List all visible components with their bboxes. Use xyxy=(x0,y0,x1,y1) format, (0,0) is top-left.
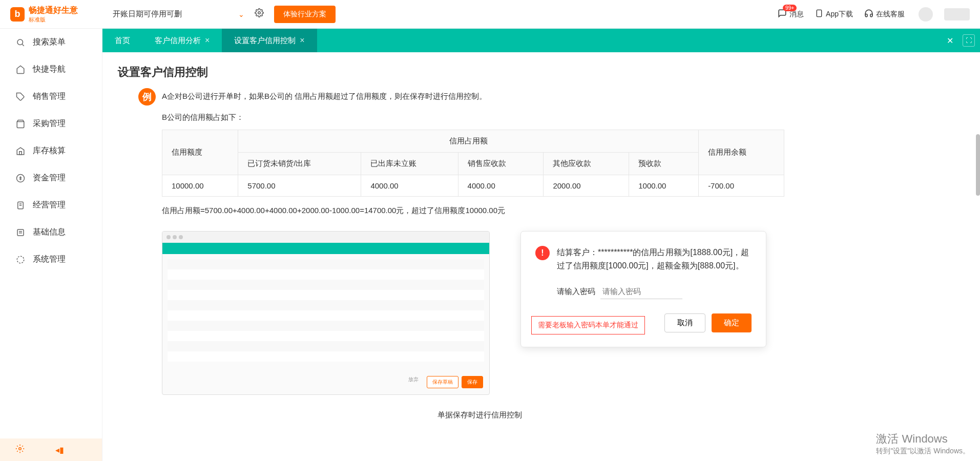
tab-home[interactable]: 首页 xyxy=(102,29,142,52)
svg-line-4 xyxy=(22,44,24,46)
messages-link[interactable]: 99+ 消息 xyxy=(778,9,804,19)
sidebar-item-inventory[interactable]: 库存核算 xyxy=(0,137,102,164)
message-badge: 99+ xyxy=(783,5,797,11)
settings-icon xyxy=(15,255,26,265)
example-badge-icon: 例 xyxy=(138,88,156,106)
list-icon xyxy=(15,227,26,238)
dialog-message: 结算客户：***********的信用占用额为[1888.00元]，超过了信用额… xyxy=(557,246,752,273)
close-all-tabs-icon[interactable]: ✕ xyxy=(942,33,957,48)
th-credit-limit: 信用额度 xyxy=(162,130,238,175)
cancel-button[interactable]: 取消 xyxy=(664,313,705,332)
cta-button[interactable]: 体验行业方案 xyxy=(274,6,336,23)
td-c2: 4000.00 xyxy=(361,175,458,197)
th-balance: 信用用余额 xyxy=(699,130,784,175)
support-link[interactable]: 在线客服 xyxy=(864,9,905,19)
svg-rect-6 xyxy=(19,151,22,154)
money-icon xyxy=(15,173,26,183)
example-screenshot: 放弃 保存草稿 保存 xyxy=(162,231,490,395)
phone-icon xyxy=(815,9,823,19)
app-download-link[interactable]: App下载 xyxy=(815,9,853,19)
alert-icon: ! xyxy=(535,246,550,260)
svg-rect-1 xyxy=(817,10,821,16)
content-area: 设置客户信用控制 例 A企对B公司进行开单时，如果B公司的 信用占用额超过了信用… xyxy=(102,52,980,461)
clipboard-icon xyxy=(15,200,26,211)
tab-credit-analysis[interactable]: 客户信用分析 × xyxy=(142,29,222,52)
account-dropdown[interactable]: 开账日期可停用可删 ⌄ xyxy=(113,9,244,19)
figure-caption: 单据保存时进行信用控制 xyxy=(437,410,522,419)
windows-activation-watermark: 激活 Windows 转到"设置"以激活 Windows。 xyxy=(876,431,970,456)
avatar[interactable] xyxy=(919,7,933,22)
logo-title: 畅捷通好生意 xyxy=(29,5,78,16)
warehouse-icon xyxy=(15,146,26,156)
th-c5: 预收款 xyxy=(629,153,699,175)
sidebar-item-sales[interactable]: 销售管理 xyxy=(0,83,102,110)
credit-table: 信用额度 信用占用额 信用用余额 已订货未销货/出库 已出库未立账 销售应收款 … xyxy=(162,130,784,197)
th-c1: 已订货未销货/出库 xyxy=(238,153,361,175)
home-icon xyxy=(15,65,26,75)
sidebar: 搜索菜单 快捷导航 销售管理 采购管理 库存核算 资金管理 经营管理 基础信息 xyxy=(0,29,102,461)
scrollbar[interactable] xyxy=(976,134,980,196)
close-icon[interactable]: × xyxy=(300,36,304,45)
logo-icon: b xyxy=(10,7,25,22)
formula-text: 信用占用额=5700.00+4000.00+4000.00+2000.00-10… xyxy=(162,206,965,216)
logo[interactable]: b 畅捷通好生意 标准版 xyxy=(10,5,102,24)
svg-point-14 xyxy=(17,256,24,263)
credit-warning-dialog: ! 结算客户：***********的信用占用额为[1888.00元]，超过了信… xyxy=(520,231,766,347)
th-c3: 销售应收款 xyxy=(458,153,544,175)
sub-text: B公司的信用额占如下： xyxy=(162,113,965,122)
example-text: A企对B公司进行开单时，如果B公司的 信用占用额超过了信用额度，则在保存时进行信… xyxy=(162,90,487,102)
svg-point-15 xyxy=(19,447,22,450)
th-c4: 其他应收款 xyxy=(544,153,629,175)
dropdown-label: 开账日期可停用可删 xyxy=(113,9,182,19)
ok-button[interactable]: 确定 xyxy=(712,313,752,332)
th-credit-used: 信用占用额 xyxy=(238,130,699,153)
sidebar-item-quicknav[interactable]: 快捷导航 xyxy=(0,56,102,83)
footer-gear-icon[interactable] xyxy=(15,444,25,456)
password-label: 请输入密码 xyxy=(557,287,595,297)
tab-credit-control[interactable]: 设置客户信用控制 × xyxy=(222,29,317,52)
td-balance: -700.00 xyxy=(699,175,784,197)
headset-icon xyxy=(864,9,873,19)
page-title: 设置客户信用控制 xyxy=(118,65,965,80)
svg-point-0 xyxy=(258,12,261,14)
gear-icon[interactable] xyxy=(255,8,264,20)
tabbar: 首页 客户信用分析 × 设置客户信用控制 × ✕ ⛶ xyxy=(102,29,980,52)
user-name-placeholder[interactable] xyxy=(944,8,970,20)
td-c4: 2000.00 xyxy=(544,175,629,197)
logo-subtitle: 标准版 xyxy=(29,16,78,24)
sidebar-item-operation[interactable]: 经营管理 xyxy=(0,192,102,219)
tag-icon xyxy=(15,92,26,102)
search-icon xyxy=(15,37,26,48)
fullscreen-icon[interactable]: ⛶ xyxy=(963,34,975,47)
chevron-down-icon: ⌄ xyxy=(238,10,244,18)
td-limit: 10000.00 xyxy=(162,175,238,197)
fig-save-button: 保存 xyxy=(462,376,483,388)
td-c3: 4000.00 xyxy=(458,175,544,197)
th-c2: 已出库未立账 xyxy=(361,153,458,175)
fig-save-draft-button: 保存草稿 xyxy=(427,376,458,388)
svg-point-3 xyxy=(17,39,23,45)
td-c1: 5700.00 xyxy=(238,175,361,197)
dialog-callout: 需要老板输入密码本单才能通过 xyxy=(531,316,645,334)
sidebar-footer: ◂▮ xyxy=(0,438,102,461)
sidebar-item-funds[interactable]: 资金管理 xyxy=(0,164,102,192)
close-icon[interactable]: × xyxy=(205,36,210,45)
collapse-sidebar-icon[interactable]: ◂▮ xyxy=(55,445,64,455)
sidebar-item-search[interactable]: 搜索菜单 xyxy=(0,29,102,56)
sidebar-item-purchase[interactable]: 采购管理 xyxy=(0,110,102,137)
td-c5: 1000.00 xyxy=(629,175,699,197)
sidebar-item-system[interactable]: 系统管理 xyxy=(0,246,102,273)
sidebar-item-basedata[interactable]: 基础信息 xyxy=(0,219,102,246)
top-header: b 畅捷通好生意 标准版 开账日期可停用可删 ⌄ 体验行业方案 99+ 消息 A… xyxy=(0,0,980,29)
bag-icon xyxy=(15,119,26,129)
password-input[interactable] xyxy=(600,284,682,299)
